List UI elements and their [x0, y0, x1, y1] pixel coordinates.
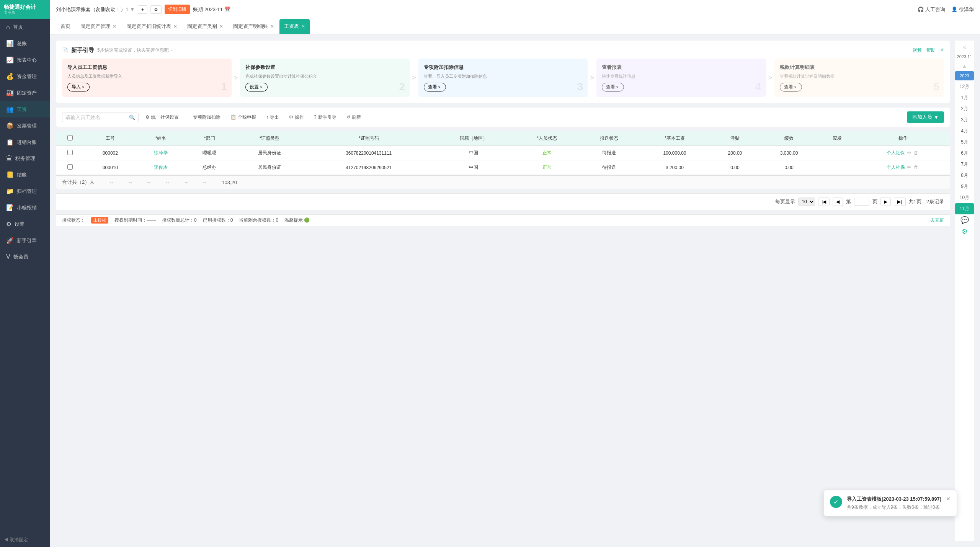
last-page-btn[interactable]: ▶| — [894, 198, 905, 206]
step-title-2: 专项附加扣除信息 — [424, 64, 583, 71]
row-action-link-0[interactable]: 个人社保 — [887, 150, 905, 155]
panel-collapse-btn[interactable]: « — [961, 42, 968, 52]
period-selector[interactable]: 账期 2023-11 📅 — [193, 6, 230, 13]
row-select-0[interactable] — [67, 150, 73, 155]
tab-固定资产明细账[interactable]: 固定资产明细账✕ — [229, 19, 279, 34]
sidebar-label-8: 税务管理 — [15, 155, 35, 162]
step-btn-3[interactable]: 查看＞ — [602, 83, 624, 91]
sidebar-item-新手引导[interactable]: 🚀新手引导 — [0, 232, 50, 249]
panel-chat-icon[interactable]: 💬 — [959, 214, 970, 226]
sidebar-item-资金管理[interactable]: 💰资金管理 — [0, 68, 50, 85]
toolbar-action-导出[interactable]: ↑导出 — [262, 112, 283, 122]
page-label: 第 — [846, 198, 851, 205]
toolbar-action-新手引导[interactable]: ?新手引导 — [310, 112, 340, 122]
tab-首页[interactable]: 首页 — [56, 19, 75, 34]
tab-固定资产折旧统计表[interactable]: 固定资产折旧统计表✕ — [122, 19, 182, 34]
row-edit-icon-0[interactable]: ✏ — [907, 150, 911, 155]
sidebar-item-总账[interactable]: 📊总账 — [0, 35, 50, 52]
toast-close-btn[interactable]: ✕ — [946, 496, 951, 502]
support-btn[interactable]: 🎧 人工咨询 — [918, 6, 945, 13]
page-input[interactable]: 1 — [854, 198, 869, 206]
month-item-3月[interactable]: 3月 — [955, 114, 974, 126]
row-name-0[interactable]: 徐泽华 — [136, 146, 185, 160]
toolbar-action-统一社保设置[interactable]: ⚙统一社保设置 — [142, 112, 183, 122]
toolbar-action-个税申报[interactable]: 📋个税申报 — [227, 112, 260, 122]
toolbar-action-刷新[interactable]: ↺刷新 — [343, 112, 365, 122]
step-num-4: 5 — [933, 81, 939, 93]
search-input[interactable] — [65, 114, 127, 120]
month-item-11月[interactable]: 11月 — [955, 203, 974, 214]
month-item-4月[interactable]: 4月 — [955, 126, 974, 137]
next-page-btn[interactable]: ▶ — [880, 198, 891, 206]
wizard-step-3: 专项附加扣除信息 查看、导入员工专项附加扣除信息 查看＞ 3 — [418, 59, 588, 97]
month-item-8月[interactable]: 8月 — [955, 170, 974, 181]
step-btn-2[interactable]: 查看＞ — [424, 83, 446, 91]
panel-up-btn[interactable]: ▲ — [960, 61, 969, 71]
tab-close-4[interactable]: ✕ — [270, 24, 274, 29]
footer-dash-6: -- — [203, 180, 207, 185]
step-btn-1[interactable]: 设置＞ — [245, 83, 268, 91]
tab-工资表[interactable]: 工资表✕ — [279, 19, 310, 34]
sidebar-item-进销台账[interactable]: 📋进销台账 — [0, 134, 50, 150]
sidebar-item-报表中心[interactable]: 📈报表中心 — [0, 52, 50, 68]
account-selector[interactable]: 刘小艳演示账套（勿删勿动！）1 ▼ — [56, 6, 135, 13]
tab-固定资产类别[interactable]: 固定资产类别✕ — [183, 19, 228, 34]
wizard-close-btn[interactable]: ✕ — [940, 47, 944, 54]
add-person-btn[interactable]: 添加人员 ▼ — [907, 111, 944, 123]
first-page-btn[interactable]: |◀ — [818, 198, 830, 206]
row-action-link-1[interactable]: 个人社保 — [887, 165, 905, 170]
month-item-9月[interactable]: 9月 — [955, 181, 974, 192]
charge-link[interactable]: 去充值 — [930, 217, 944, 224]
wizard-card: 📄 新手引导 5步快速完成设置，快去完善信息吧 ~ 视频 帮助 ✕ 导入员工工资… — [56, 41, 950, 103]
month-item-6月[interactable]: 6月 — [955, 148, 974, 159]
switch-version-btn[interactable]: 切到旧版 — [165, 5, 190, 14]
wizard-help-link[interactable]: 帮助 — [926, 47, 936, 54]
app-logo: 畅捷通好会计 专业版 — [0, 0, 50, 19]
per-page-select[interactable]: 10 20 50 — [798, 198, 815, 206]
row-delete-icon-1[interactable]: 🗑 — [914, 165, 918, 170]
sidebar-item-工资[interactable]: 👥工资 — [0, 101, 50, 118]
tab-close-3[interactable]: ✕ — [219, 24, 223, 29]
tab-close-5[interactable]: ✕ — [301, 24, 305, 29]
add-account-btn[interactable]: + — [138, 5, 147, 14]
user-btn[interactable]: 👤 徐泽华 — [951, 6, 974, 13]
month-item-1月[interactable]: 1月 — [955, 92, 974, 103]
month-item-5月[interactable]: 5月 — [955, 137, 974, 148]
tab-固定资产管理[interactable]: 固定资产管理✕ — [76, 19, 121, 34]
wizard-video-link[interactable]: 视频 — [913, 47, 922, 54]
action-label-2: 个税申报 — [238, 114, 256, 121]
sidebar-item-固定资产[interactable]: 🏭固定资产 — [0, 85, 50, 101]
sidebar-item-畅会员[interactable]: V畅会员 — [0, 249, 50, 265]
sidebar-item-首页[interactable]: ⌂首页 — [0, 19, 50, 35]
toolbar-action-专项附加扣除[interactable]: +专项附加扣除 — [185, 112, 224, 122]
settings-btn[interactable]: ⚙ — [150, 5, 162, 14]
month-item-12月[interactable]: 12月 — [955, 81, 974, 92]
month-item-10月[interactable]: 10月 — [955, 192, 974, 203]
panel-settings-icon[interactable]: ⚙ — [960, 226, 969, 237]
row-name-1[interactable]: 李俊杰 — [136, 160, 185, 175]
row-select-1[interactable] — [67, 164, 73, 170]
step-btn-4[interactable]: 查看＞ — [780, 83, 802, 91]
sidebar-item-小畅报销[interactable]: 📝小畅报销 — [0, 199, 50, 216]
sidebar-item-结账[interactable]: 📒结账 — [0, 167, 50, 183]
select-all-checkbox[interactable] — [67, 135, 73, 140]
sidebar-item-发票管理[interactable]: 📦发票管理 — [0, 118, 50, 134]
month-item-2月[interactable]: 2月 — [955, 103, 974, 114]
sidebar-icon-12: ⚙ — [6, 220, 11, 228]
prev-page-btn[interactable]: ◀ — [833, 198, 843, 206]
month-item-7月[interactable]: 7月 — [955, 159, 974, 170]
sidebar-item-税务管理[interactable]: 🏛税务管理 — [0, 150, 50, 167]
toolbar-action-操作[interactable]: ⚙操作 — [285, 112, 308, 122]
search-icon[interactable]: 🔍 — [129, 114, 135, 120]
row-delete-icon-0[interactable]: 🗑 — [914, 150, 918, 155]
unpin-btn[interactable]: ◀ 取消固定 — [0, 533, 50, 547]
tab-close-2[interactable]: ✕ — [173, 24, 177, 29]
step-num-0: 1 — [221, 81, 227, 93]
year-item-2023[interactable]: 2023 — [955, 71, 974, 80]
tab-close-1[interactable]: ✕ — [113, 24, 116, 29]
sidebar-item-归档管理[interactable]: 📁归档管理 — [0, 183, 50, 199]
step-btn-0[interactable]: 导入＞ — [67, 83, 90, 91]
sidebar-item-设置[interactable]: ⚙设置 — [0, 216, 50, 232]
row-edit-icon-1[interactable]: ✏ — [907, 165, 911, 170]
remain-auth-label: 当前剩余授权数：0 — [239, 217, 278, 224]
